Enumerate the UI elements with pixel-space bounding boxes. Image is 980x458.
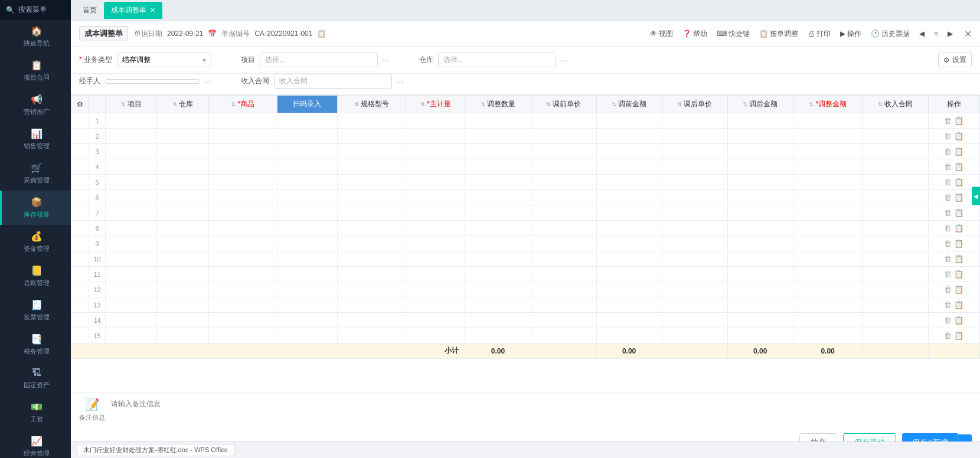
doc-close-btn[interactable]: ✕ (964, 28, 972, 40)
data-cell[interactable] (208, 129, 277, 144)
data-cell[interactable] (337, 221, 406, 236)
data-cell[interactable] (727, 190, 793, 205)
data-cell[interactable] (662, 113, 727, 129)
shortcuts-btn[interactable]: ⌨ 快捷键 (714, 28, 753, 40)
data-cell[interactable] (208, 236, 277, 251)
row-copy-icon[interactable]: 📋 (954, 162, 963, 171)
data-cell[interactable] (406, 144, 465, 159)
data-cell[interactable] (662, 282, 727, 297)
col-adj-qty-header[interactable]: ⇅ 调整数量 (465, 96, 531, 113)
row-delete-icon[interactable]: 🗑 (944, 270, 952, 279)
data-cell[interactable] (727, 144, 793, 159)
col-spec-header[interactable]: ⇅ 规格型号 (337, 96, 406, 113)
sidebar-item-salary[interactable]: 💵 工资 (0, 395, 71, 430)
data-cell[interactable] (531, 221, 596, 236)
row-delete-icon[interactable]: 🗑 (944, 116, 952, 125)
data-cell[interactable] (793, 328, 863, 344)
row-delete-icon[interactable]: 🗑 (944, 208, 952, 217)
table-row[interactable]: 14🗑📋 (71, 313, 980, 328)
table-row[interactable]: 3🗑📋 (71, 144, 980, 159)
col-project-header[interactable]: ⇅ 项目 (106, 96, 157, 113)
data-cell[interactable] (157, 129, 208, 144)
col-post-price-header[interactable]: ⇅ 调后单价 (662, 96, 727, 113)
data-cell[interactable] (531, 267, 596, 282)
data-cell[interactable] (337, 175, 406, 190)
settings-button[interactable]: ⚙ 设置 (938, 53, 972, 67)
data-cell[interactable] (337, 190, 406, 205)
notes-input[interactable] (111, 397, 972, 410)
data-cell[interactable] (727, 159, 793, 175)
data-cell[interactable] (727, 282, 793, 297)
sidebar-item-invoice-manage[interactable]: 🧾 发票管理 (0, 293, 71, 328)
data-cell[interactable] (596, 313, 662, 328)
row-copy-icon[interactable]: 📋 (954, 270, 963, 279)
col-pre-price-header[interactable]: ⇅ 调前单价 (531, 96, 596, 113)
data-cell[interactable] (793, 113, 863, 129)
data-cell[interactable] (208, 159, 277, 175)
notes-icon-btn[interactable]: 📝 备注信息 (79, 397, 105, 422)
data-cell[interactable] (406, 236, 465, 251)
col-income-header[interactable]: ⇅ 收入合同 (863, 96, 928, 113)
data-cell[interactable] (157, 328, 208, 344)
data-cell[interactable] (106, 113, 157, 129)
data-cell[interactable] (793, 144, 863, 159)
table-row[interactable]: 13🗑📋 (71, 297, 980, 313)
data-cell[interactable] (793, 313, 863, 328)
nav-prev-btn[interactable]: ◀ (916, 28, 927, 39)
data-cell[interactable] (863, 221, 928, 236)
sidebar-item-purchase-manage[interactable]: 🛒 采购管理 (0, 156, 71, 191)
data-cell[interactable] (157, 175, 208, 190)
data-cell[interactable] (337, 205, 406, 221)
col-post-amount-header[interactable]: ⇅ 调后金额 (727, 96, 793, 113)
data-cell[interactable] (106, 205, 157, 221)
row-delete-icon[interactable]: 🗑 (944, 132, 952, 140)
data-cell[interactable] (793, 205, 863, 221)
data-cell[interactable] (662, 190, 727, 205)
data-cell[interactable] (863, 328, 928, 344)
col-scan-header[interactable]: 扫码录入 (277, 96, 337, 113)
row-delete-icon[interactable]: 🗑 (944, 178, 952, 187)
data-cell[interactable] (406, 113, 465, 129)
data-cell[interactable] (157, 267, 208, 282)
agent-input[interactable] (105, 79, 200, 84)
data-cell[interactable] (406, 221, 465, 236)
data-cell[interactable] (157, 159, 208, 175)
data-cell[interactable] (727, 297, 793, 313)
row-delete-icon[interactable]: 🗑 (944, 331, 952, 340)
table-row[interactable]: 9🗑📋 (71, 236, 980, 251)
data-cell[interactable] (662, 221, 727, 236)
data-cell[interactable] (277, 144, 337, 159)
tab-home[interactable]: 首页 (76, 2, 104, 19)
row-delete-icon[interactable]: 🗑 (944, 254, 952, 263)
row-delete-icon[interactable]: 🗑 (944, 193, 952, 202)
data-cell[interactable] (596, 144, 662, 159)
data-cell[interactable] (157, 297, 208, 313)
row-delete-icon[interactable]: 🗑 (944, 239, 952, 248)
data-cell[interactable] (863, 313, 928, 328)
data-cell[interactable] (465, 175, 531, 190)
data-cell[interactable] (793, 159, 863, 175)
data-cell[interactable] (277, 175, 337, 190)
history-btn[interactable]: 🕐 历史票据 (868, 28, 913, 40)
data-cell[interactable] (337, 297, 406, 313)
data-cell[interactable] (531, 113, 596, 129)
table-row[interactable]: 10🗑📋 (71, 251, 980, 267)
data-cell[interactable] (465, 297, 531, 313)
data-cell[interactable] (863, 175, 928, 190)
row-delete-icon[interactable]: 🗑 (944, 285, 952, 294)
table-row[interactable]: 5🗑📋 (71, 175, 980, 190)
project-placeholder[interactable]: 选择... (260, 53, 378, 67)
row-delete-icon[interactable]: 🗑 (944, 162, 952, 171)
data-cell[interactable] (465, 190, 531, 205)
data-cell[interactable] (596, 297, 662, 313)
data-cell[interactable] (337, 267, 406, 282)
sidebar-item-ops-manage[interactable]: 📈 经营管理 (0, 430, 71, 458)
data-cell[interactable] (863, 159, 928, 175)
row-delete-icon[interactable]: 🗑 (944, 147, 952, 156)
data-cell[interactable] (277, 297, 337, 313)
data-cell[interactable] (106, 297, 157, 313)
data-cell[interactable] (531, 159, 596, 175)
row-copy-icon[interactable]: 📋 (954, 178, 963, 187)
data-cell[interactable] (157, 313, 208, 328)
data-cell[interactable] (406, 175, 465, 190)
